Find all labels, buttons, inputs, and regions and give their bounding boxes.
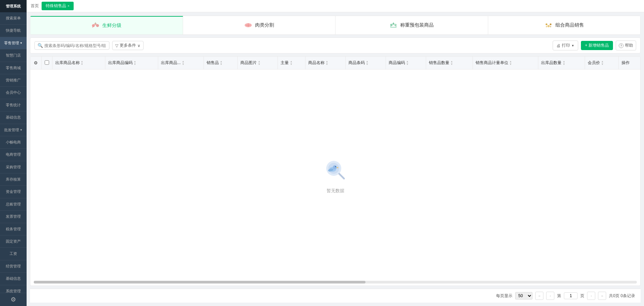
search-input[interactable] xyxy=(44,43,106,48)
sidebar-item-retail-mall[interactable]: 零售商城 xyxy=(0,62,27,74)
th-product-name[interactable]: 商品名称 ▲▼ xyxy=(305,57,345,70)
sort-icon[interactable]: ▲▼ xyxy=(366,60,369,66)
sort-icon[interactable]: ▲▼ xyxy=(450,60,453,66)
tab-scale-pack[interactable]: 称重预包装商品 xyxy=(335,16,488,34)
sort-icon[interactable]: ▲▼ xyxy=(290,60,293,66)
sidebar-item-salary[interactable]: 工资 xyxy=(0,248,27,260)
column-settings-icon[interactable]: ⚙ xyxy=(34,60,38,65)
svg-point-2 xyxy=(96,24,99,27)
toolbar-right: 🖨 打印 ▼ + 新增销售品 ? 帮助 xyxy=(553,41,636,50)
sidebar-item-member-center[interactable]: 会员中心 xyxy=(0,87,27,99)
svg-point-18 xyxy=(546,26,547,27)
sidebar-item-mini-ecom[interactable]: 小畅电商 xyxy=(0,136,27,149)
home-breadcrumb[interactable]: 首页 xyxy=(31,3,39,9)
svg-point-10 xyxy=(394,24,397,26)
sidebar-item-smart-store[interactable]: 智慧门店 xyxy=(0,49,27,62)
th-sales-unit[interactable]: 销售商品计量单位 ▲▼ xyxy=(473,57,538,70)
sidebar-item-operation-mgmt[interactable]: 经营管理 xyxy=(0,260,27,273)
sidebar-item-sales-promo[interactable]: 营销推广 xyxy=(0,74,27,87)
filter-button[interactable]: ▽ 更多条件 ∨ xyxy=(112,41,144,50)
first-page-button[interactable]: « xyxy=(535,292,543,300)
search-input-wrap[interactable]: 🔍 xyxy=(34,41,109,50)
sidebar-item-ecom-mgmt[interactable]: 电商管理 xyxy=(0,149,27,161)
sort-icon[interactable]: ▲▼ xyxy=(509,60,512,66)
page-size-select[interactable]: 50 10 20 100 xyxy=(515,292,533,300)
next-page-button[interactable]: › xyxy=(587,292,595,300)
svg-point-26 xyxy=(335,166,336,167)
sort-icon[interactable]: ▲▼ xyxy=(81,60,84,66)
th-product-code[interactable]: 商品编码 ▲▼ xyxy=(386,57,426,70)
th-out-product-code[interactable]: 出库商品编码 ▲▼ xyxy=(105,57,158,70)
close-tab-icon[interactable]: × xyxy=(68,4,70,8)
th-sales-qty[interactable]: 销售品数量 ▲▼ xyxy=(426,57,473,70)
tab-meat-cut[interactable]: 肉类分割 xyxy=(183,16,336,34)
sort-icon[interactable]: ▲▼ xyxy=(326,60,328,66)
first-page-icon: « xyxy=(538,294,540,298)
select-all-checkbox[interactable] xyxy=(45,60,49,65)
tab-fresh-grade[interactable]: 生鲜分级 xyxy=(30,16,183,34)
sort-icon[interactable]: ▲▼ xyxy=(406,60,409,66)
sidebar-item-basic-info[interactable]: 基础信息 xyxy=(0,111,27,124)
sort-icon[interactable]: ▲▼ xyxy=(601,60,604,66)
sidebar-item-invoice-mgmt[interactable]: 发票管理 xyxy=(0,211,27,223)
sidebar-item-quick-nav[interactable]: 快捷导航 xyxy=(0,25,27,37)
sort-icon[interactable]: ▲▼ xyxy=(134,60,136,66)
sort-icon[interactable]: ▲▼ xyxy=(258,60,260,66)
th-out-product-name[interactable]: 出库商品名称 ▲▼ xyxy=(52,57,105,70)
scrollbar-thumb[interactable] xyxy=(34,281,365,284)
filter-icon: ▽ xyxy=(115,43,118,48)
sidebar-item-capital-mgmt[interactable]: 资金管理 xyxy=(0,186,27,198)
th-product-image[interactable]: 商品图片 ▲▼ xyxy=(238,57,278,70)
print-button[interactable]: 🖨 打印 ▼ xyxy=(553,41,578,50)
th-out-qty[interactable]: 出库品数量 ▲▼ xyxy=(538,57,585,70)
col-label: 商品条码 xyxy=(348,60,365,66)
sidebar-item-search-menu[interactable]: 搜索菜单 xyxy=(0,12,27,25)
sidebar-item-label: 搜索菜单 xyxy=(6,16,21,20)
page-label: 第 xyxy=(557,293,561,299)
page-number-input[interactable] xyxy=(564,292,578,299)
th-weight[interactable]: 主量 ▲▼ xyxy=(278,57,305,70)
sidebar-item-label: 营销推广 xyxy=(6,78,21,82)
sort-icon[interactable]: ▲▼ xyxy=(563,60,565,66)
active-nav-tab[interactable]: 特殊销售品 × xyxy=(42,2,74,10)
sidebar-item-tax-mgmt[interactable]: 税务管理 xyxy=(0,223,27,235)
nav-tab-label: 特殊销售品 xyxy=(46,3,66,9)
help-button[interactable]: ? 帮助 xyxy=(616,41,636,50)
svg-point-8 xyxy=(390,24,393,26)
sidebar-item-basic-info2[interactable]: 基础信息 xyxy=(0,273,27,285)
col-label: 商品名称 xyxy=(308,60,325,66)
sidebar-settings[interactable]: ⚙ xyxy=(0,293,27,306)
th-product-barcode[interactable]: 商品条码 ▲▼ xyxy=(345,57,386,70)
prev-page-button[interactable]: ‹ xyxy=(546,292,554,300)
th-member-price[interactable]: 会员价 ▲▼ xyxy=(585,57,619,70)
total-records-label: 共0页 0条记录 xyxy=(609,293,635,299)
chevron-down-icon: ▼ xyxy=(20,41,23,45)
meat-cut-icon xyxy=(244,21,252,29)
sort-icon[interactable]: ▲▼ xyxy=(220,60,223,66)
th-out-product-x[interactable]: 出库商品... ▲▼ xyxy=(158,57,204,70)
sidebar-item-retail-stats[interactable]: 零售统计 xyxy=(0,99,27,111)
search-icon: 🔍 xyxy=(38,43,43,48)
sidebar-item-general-ledger[interactable]: 总账管理 xyxy=(0,198,27,211)
th-gear[interactable]: ⚙ xyxy=(30,57,41,70)
sidebar-item-purchase-mgmt[interactable]: 采购管理 xyxy=(0,161,27,173)
sidebar-items-list: 搜索菜单 快捷导航 零售管理 ▼ 智慧门店 零售商城 营销推广 会员中心 零售统… xyxy=(0,12,27,293)
sidebar-item-inventory[interactable]: 库存核算 xyxy=(0,173,27,186)
col-label: 出库商品编码 xyxy=(108,60,133,66)
sort-icon[interactable]: ▲▼ xyxy=(182,60,184,66)
sidebar-item-retail-mgmt[interactable]: 零售管理 ▼ xyxy=(0,37,27,49)
col-label: 销售商品计量单位 xyxy=(476,60,508,66)
horizontal-scrollbar[interactable] xyxy=(34,281,637,284)
sidebar-item-label: 采购管理 xyxy=(6,165,21,169)
last-page-button[interactable]: » xyxy=(598,292,606,300)
th-checkbox[interactable] xyxy=(41,57,52,70)
combo-product-icon xyxy=(544,21,553,29)
sidebar-item-fixed-assets[interactable]: 固定资产 xyxy=(0,235,27,248)
sidebar-item-wholesale-mgmt[interactable]: 批发管理 ▼ xyxy=(0,124,27,136)
add-button[interactable]: + 新增销售品 xyxy=(581,41,613,50)
th-sales-product[interactable]: 销售品 ▲▼ xyxy=(204,57,237,70)
sidebar-item-system-mgmt[interactable]: 系统管理 xyxy=(0,285,27,293)
tab-meat-cut-label: 肉类分割 xyxy=(255,22,274,28)
tab-combo-product[interactable]: 组合商品销售 xyxy=(488,16,641,34)
sidebar-item-label: 总账管理 xyxy=(6,202,21,206)
